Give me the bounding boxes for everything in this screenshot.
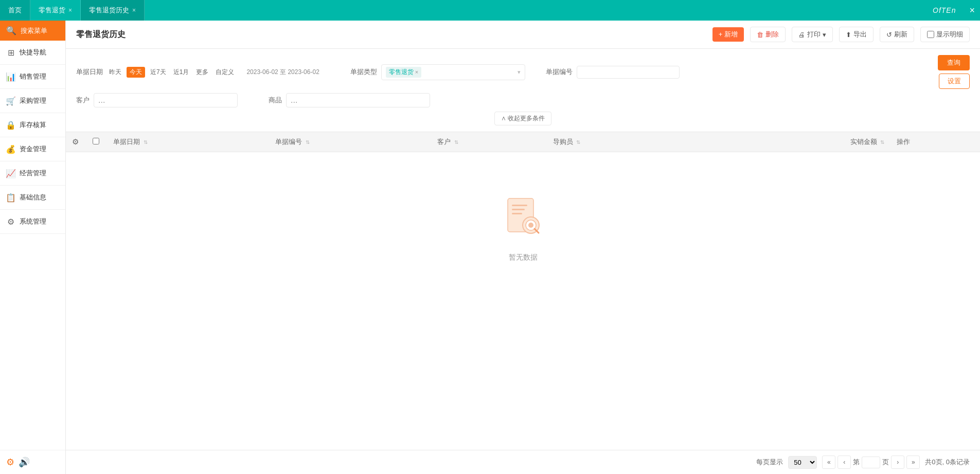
th-actual-amount: 实销金额 ⇅: [728, 132, 890, 152]
window-close-button[interactable]: ×: [964, 5, 980, 16]
quick-nav-icon: ⊞: [6, 48, 15, 57]
system-icon: ⚙: [6, 217, 15, 226]
print-button[interactable]: 🖨 打印 ▾: [792, 27, 833, 42]
tab-home-label: 首页: [8, 6, 22, 15]
th-doc-number-label: 单据编号: [275, 138, 302, 145]
data-table: ⚙ 单据日期 ⇅ 单据编号 ⇅: [66, 132, 980, 303]
sidebar-item-label: 销售管理: [20, 72, 46, 81]
empty-state-row: 暂无数据: [66, 152, 980, 304]
doc-type-tag-close[interactable]: ×: [415, 69, 418, 75]
display-detail-checkbox[interactable]: [927, 31, 934, 38]
date-label: 单据日期: [76, 67, 103, 77]
collapse-button[interactable]: ∧ 收起更多条件: [494, 112, 551, 125]
page-number-input[interactable]: 1: [862, 457, 880, 468]
export-button[interactable]: ⬆ 导出: [839, 27, 874, 42]
date-more[interactable]: 更多: [194, 67, 210, 78]
query-button[interactable]: 查询: [938, 55, 970, 70]
th-checkbox: [86, 132, 107, 152]
customer-select[interactable]: ...: [94, 93, 238, 107]
date-filter: 单据日期 昨天 今天 近7天 近1月 更多 自定义: [76, 67, 236, 78]
table-header: ⚙ 单据日期 ⇅ 单据编号 ⇅: [66, 132, 980, 152]
sidebar-item-purchase-mgmt[interactable]: 🛒 采购管理: [0, 89, 65, 113]
doc-type-tag: 零售退货 ×: [386, 67, 421, 78]
doc-type-select[interactable]: 零售退货 × ▾: [381, 64, 525, 80]
settings-bottom-icon[interactable]: ⚙: [6, 457, 14, 468]
doc-type-value: 零售退货: [389, 68, 414, 77]
empty-state-text: 暂无数据: [509, 253, 538, 262]
sidebar-item-system-mgmt[interactable]: ⚙ 系统管理: [0, 210, 65, 234]
svg-point-7: [528, 223, 533, 228]
sort-customer-icon[interactable]: ⇅: [454, 139, 458, 145]
sidebar-item-sales-mgmt[interactable]: 📊 销售管理: [0, 65, 65, 89]
tab-retail-return-history-close[interactable]: ×: [132, 7, 136, 14]
select-all-checkbox[interactable]: [93, 138, 99, 144]
sidebar-item-operations-mgmt[interactable]: 📈 经营管理: [0, 161, 65, 186]
sidebar-item-inventory[interactable]: 🔒 库存核算: [0, 113, 65, 137]
settings-button[interactable]: 设置: [939, 74, 970, 89]
sidebar-item-finance-mgmt[interactable]: 💰 资金管理: [0, 137, 65, 161]
th-customer-label: 客户: [437, 138, 451, 145]
tab-retail-return-close[interactable]: ×: [68, 7, 72, 14]
tab-retail-return-history-label: 零售退货历史: [89, 6, 129, 15]
goods-filter: 商品 ...: [269, 93, 430, 107]
first-page-button[interactable]: «: [822, 455, 835, 469]
delete-icon: 🗑: [757, 31, 763, 39]
sidebar-item-quick-nav[interactable]: ⊞ 快捷导航: [0, 41, 65, 65]
table-settings-icon[interactable]: ⚙: [72, 137, 79, 146]
goods-select[interactable]: ...: [286, 93, 430, 107]
date-1month[interactable]: 近1月: [171, 67, 191, 78]
date-range-display: 2023-06-02 至 2023-06-02: [246, 68, 319, 77]
last-page-button[interactable]: »: [906, 455, 920, 469]
tab-retail-return-history[interactable]: 零售退货历史 ×: [81, 0, 145, 21]
collapse-row: ∧ 收起更多条件: [76, 112, 970, 125]
customer-label: 客户: [76, 96, 90, 105]
sidebar-item-label: 经营管理: [20, 169, 46, 178]
goods-label: 商品: [269, 96, 282, 105]
sidebar-item-label: 系统管理: [20, 217, 46, 226]
delete-label: 删除: [765, 30, 779, 39]
sidebar-item-label: 采购管理: [20, 96, 46, 105]
sidebar-search[interactable]: 🔍 搜索菜单: [0, 21, 65, 41]
doc-type-label: 单据类型: [350, 67, 377, 77]
sort-amount-icon[interactable]: ⇅: [880, 139, 884, 145]
th-doc-date: 单据日期 ⇅: [107, 132, 269, 152]
header-actions: + 新增 🗑 删除 🖨 打印 ▾ ⬆ 导出 ↺ 刷新: [712, 27, 970, 42]
purchase-icon: 🛒: [6, 96, 15, 105]
date-custom[interactable]: 自定义: [213, 67, 236, 78]
doc-type-dropdown-icon: ▾: [518, 69, 521, 76]
tab-retail-return-label: 零售退货: [39, 6, 65, 15]
per-page-select[interactable]: 50 10 20 100: [788, 456, 817, 469]
delete-button[interactable]: 🗑 删除: [750, 27, 786, 42]
th-doc-date-label: 单据日期: [113, 138, 140, 145]
date-today[interactable]: 今天: [127, 67, 145, 78]
filter-row-2: 客户 ... 商品 ...: [76, 93, 970, 107]
th-actual-amount-label: 实销金额: [850, 138, 877, 145]
sidebar-item-basic-info[interactable]: 📋 基础信息: [0, 186, 65, 210]
filter-area: 单据日期 昨天 今天 近7天 近1月 更多 自定义 2023-06-02 至 2…: [66, 49, 980, 132]
pagination-bar: 每页显示 50 10 20 100 « ‹ 第 1 页 › » 共0页, 0条记…: [66, 450, 980, 474]
prev-page-button[interactable]: ‹: [838, 455, 851, 469]
tab-retail-return[interactable]: 零售退货 ×: [30, 0, 81, 21]
print-dropdown-icon: ▾: [823, 31, 826, 39]
next-page-button[interactable]: ›: [891, 455, 904, 469]
per-page-label: 每页显示: [756, 458, 783, 467]
sound-bottom-icon[interactable]: 🔊: [19, 457, 30, 468]
refresh-button[interactable]: ↺ 刷新: [880, 27, 914, 42]
date-7days[interactable]: 近7天: [148, 67, 168, 78]
empty-state: 暂无数据: [66, 152, 980, 303]
th-guide: 导购员 ⇅: [547, 132, 686, 152]
date-yesterday[interactable]: 昨天: [107, 67, 123, 78]
filter-row-1: 单据日期 昨天 今天 近7天 近1月 更多 自定义 2023-06-02 至 2…: [76, 55, 970, 89]
sort-guide-icon[interactable]: ⇅: [576, 139, 580, 145]
sort-doc-date-icon[interactable]: ⇅: [144, 139, 148, 145]
tab-home[interactable]: 首页: [0, 0, 30, 21]
page-header: 零售退货历史 + 新增 🗑 删除 🖨 打印 ▾ ⬆ 导出 ↺: [66, 21, 980, 49]
finance-icon: 💰: [6, 144, 15, 154]
add-button[interactable]: + 新增: [712, 27, 744, 42]
main-layout: 🔍 搜索菜单 ⊞ 快捷导航 📊 销售管理 🛒 采购管理 🔒 库存核算 💰 资金管…: [0, 21, 980, 474]
display-detail-toggle[interactable]: 显示明细: [920, 27, 970, 42]
sidebar-item-label: 基础信息: [20, 193, 46, 202]
goods-dots: ...: [291, 96, 297, 105]
doc-number-input[interactable]: [577, 66, 680, 79]
sort-doc-number-icon[interactable]: ⇅: [306, 139, 310, 145]
